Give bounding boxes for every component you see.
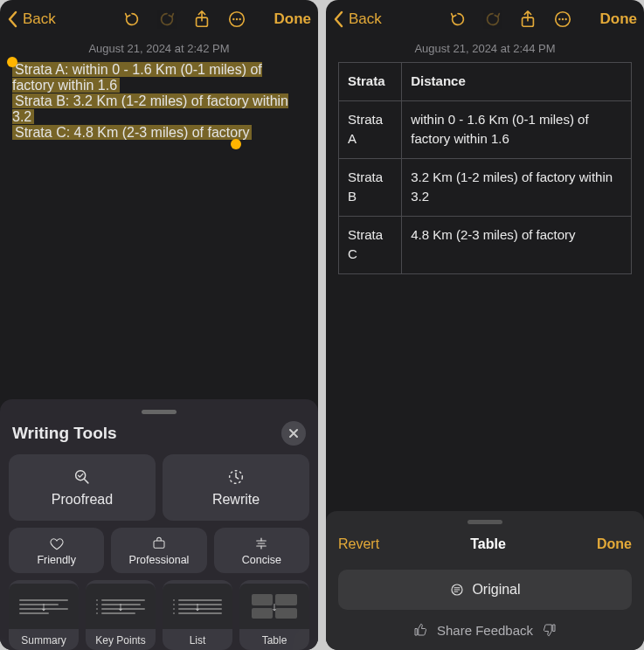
undo-icon[interactable] bbox=[448, 10, 467, 29]
table-header: Strata bbox=[339, 63, 402, 101]
original-label: Original bbox=[472, 582, 520, 598]
rewrite-icon bbox=[226, 467, 246, 487]
key-points-label: Key Points bbox=[95, 634, 145, 647]
strata-table[interactable]: Strata Distance Strata A within 0 - 1.6 … bbox=[338, 62, 632, 274]
navbar: Back Done bbox=[0, 0, 318, 38]
thumbs-down-icon[interactable] bbox=[542, 622, 557, 638]
table-cell: Strata A bbox=[339, 100, 402, 158]
friendly-label: Friendly bbox=[37, 554, 75, 566]
table-label: Table bbox=[262, 634, 287, 647]
list-preview-icon: ↓ bbox=[163, 584, 232, 629]
nav-icons: Done bbox=[122, 10, 312, 29]
back-button[interactable]: Back bbox=[333, 10, 382, 28]
sheet-grabber[interactable] bbox=[467, 520, 502, 524]
close-button[interactable] bbox=[281, 421, 306, 446]
rewrite-button[interactable]: Rewrite bbox=[163, 454, 309, 521]
key-points-preview-icon: ↓ bbox=[86, 584, 156, 629]
concise-label: Concise bbox=[242, 554, 281, 566]
selection-handle-end[interactable] bbox=[231, 139, 241, 149]
svg-point-3 bbox=[235, 18, 237, 20]
undo-icon[interactable] bbox=[122, 10, 142, 29]
share-icon[interactable] bbox=[192, 10, 211, 29]
back-label: Back bbox=[23, 10, 56, 28]
friendly-button[interactable]: Friendly bbox=[9, 528, 104, 573]
selection-line: Strata B: 3.2 Km (1-2 miles) of factory … bbox=[12, 93, 288, 124]
selected-text[interactable]: Strata A: within 0 - 1.6 Km (0-1 miles) … bbox=[12, 62, 306, 141]
mode-label: Table bbox=[470, 536, 506, 552]
selection-line: Strata C: 4.8 Km (2-3 miles) of factory bbox=[12, 125, 252, 140]
note-timestamp: August 21, 2024 at 2:44 PM bbox=[326, 42, 644, 55]
selection-line: Strata A: within 0 - 1.6 Km (0-1 miles) … bbox=[12, 62, 262, 93]
table-cell: 4.8 Km (2-3 miles) of factory bbox=[402, 216, 632, 273]
done-button[interactable]: Done bbox=[600, 10, 638, 28]
share-icon[interactable] bbox=[518, 10, 537, 29]
table-cell: Strata C bbox=[339, 216, 402, 273]
note-timestamp: August 21, 2024 at 2:42 PM bbox=[0, 42, 318, 55]
original-button[interactable]: Original bbox=[338, 570, 632, 610]
feedback-label: Share Feedback bbox=[437, 623, 533, 638]
done-button[interactable]: Done bbox=[274, 10, 312, 28]
professional-button[interactable]: Professional bbox=[111, 528, 206, 573]
rewrite-label: Rewrite bbox=[212, 492, 260, 508]
more-icon[interactable] bbox=[553, 10, 572, 29]
svg-point-12 bbox=[564, 18, 566, 20]
svg-point-4 bbox=[239, 18, 240, 20]
professional-icon bbox=[151, 536, 167, 551]
done-button[interactable]: Done bbox=[597, 536, 632, 552]
professional-label: Professional bbox=[129, 554, 190, 566]
selection-handle-start[interactable] bbox=[7, 57, 17, 67]
key-points-button[interactable]: ↓ Key Points bbox=[86, 580, 156, 650]
back-label: Back bbox=[349, 10, 382, 28]
table-cell: Strata B bbox=[339, 158, 402, 216]
table-row[interactable]: Strata C 4.8 Km (2-3 miles) of factory bbox=[339, 216, 632, 273]
list-button[interactable]: ↓ List bbox=[163, 580, 232, 650]
table-header: Distance bbox=[402, 63, 632, 101]
friendly-icon bbox=[49, 536, 65, 551]
table-row[interactable]: Strata B 3.2 Km (1-2 miles) of factory w… bbox=[339, 158, 632, 216]
svg-rect-7 bbox=[154, 541, 164, 548]
nav-icons: Done bbox=[448, 10, 638, 29]
summary-preview-icon: ↓ bbox=[9, 584, 79, 629]
concise-button[interactable]: Concise bbox=[214, 528, 309, 573]
close-icon bbox=[288, 428, 299, 439]
table-result-sheet: Revert Table Done Original Share Feedbac… bbox=[326, 511, 644, 650]
table-header-row: Strata Distance bbox=[339, 63, 632, 101]
list-label: List bbox=[190, 634, 206, 647]
proofread-button[interactable]: Proofread bbox=[9, 454, 156, 521]
proofread-icon bbox=[73, 467, 92, 487]
svg-point-2 bbox=[232, 18, 234, 20]
table-button[interactable]: ↓ Table bbox=[239, 580, 309, 650]
table-cell: 3.2 Km (1-2 miles) of factory within 3.2 bbox=[402, 158, 632, 216]
original-icon bbox=[449, 582, 465, 598]
summary-button[interactable]: ↓ Summary bbox=[9, 580, 79, 650]
writing-tools-sheet: Writing Tools Proofread Rewrite Friendly bbox=[0, 399, 318, 650]
more-icon[interactable] bbox=[227, 10, 246, 29]
concise-icon bbox=[253, 536, 269, 551]
sheet-title: Writing Tools bbox=[12, 424, 117, 443]
share-feedback[interactable]: Share Feedback bbox=[338, 622, 632, 638]
redo-icon bbox=[157, 10, 177, 29]
svg-point-10 bbox=[558, 18, 560, 20]
phone-left: Back Done August 21, 2024 at 2:42 PM Str… bbox=[0, 0, 318, 650]
proofread-label: Proofread bbox=[52, 492, 113, 508]
table-preview-icon: ↓ bbox=[239, 584, 309, 629]
chevron-left-icon bbox=[333, 10, 345, 28]
phone-right: Back Done August 21, 2024 at 2:44 PM Str… bbox=[326, 0, 644, 650]
back-button[interactable]: Back bbox=[7, 10, 56, 28]
navbar: Back Done bbox=[326, 0, 644, 38]
svg-point-11 bbox=[561, 18, 563, 20]
chevron-left-icon bbox=[7, 10, 19, 28]
thumbs-up-icon[interactable] bbox=[412, 622, 428, 638]
table-row[interactable]: Strata A within 0 - 1.6 Km (0-1 miles) o… bbox=[339, 100, 632, 158]
sheet-grabber[interactable] bbox=[142, 410, 177, 414]
summary-label: Summary bbox=[21, 634, 66, 647]
redo-icon bbox=[483, 10, 502, 29]
table-cell: within 0 - 1.6 Km (0-1 miles) of factory… bbox=[402, 100, 632, 158]
revert-button[interactable]: Revert bbox=[338, 536, 379, 552]
